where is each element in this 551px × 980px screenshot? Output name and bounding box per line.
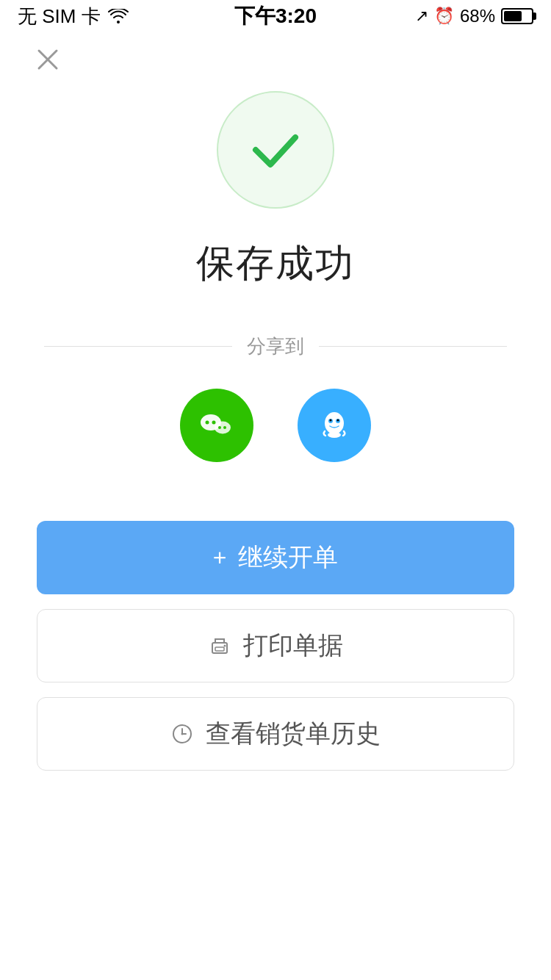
divider-line-left	[44, 346, 232, 347]
wifi-icon	[108, 9, 129, 24]
svg-point-11	[330, 419, 332, 422]
continue-label: 继续开单	[238, 541, 338, 574]
status-carrier: 无 SIM 卡	[18, 4, 129, 29]
success-title: 保存成功	[196, 238, 355, 289]
checkmark-icon	[242, 117, 309, 183]
history-icon	[170, 722, 194, 746]
svg-point-5	[215, 422, 231, 434]
qq-icon	[312, 403, 356, 447]
plus-icon: +	[213, 544, 227, 572]
history-label: 查看销货单历史	[206, 717, 381, 751]
svg-point-8	[325, 412, 344, 434]
status-bar: 无 SIM 卡 下午3:20 ↗ ⏰ 68%	[0, 0, 551, 32]
battery-icon	[501, 8, 533, 24]
main-content: 保存成功 分享到	[0, 32, 551, 980]
share-label: 分享到	[232, 334, 319, 359]
svg-point-3	[206, 421, 209, 425]
share-wechat-button[interactable]	[180, 389, 253, 462]
share-qq-button[interactable]	[298, 389, 371, 462]
success-icon-circle	[217, 91, 334, 209]
share-icons	[180, 389, 371, 462]
svg-point-4	[212, 421, 216, 425]
wechat-icon	[195, 403, 239, 447]
close-icon	[35, 46, 61, 73]
svg-point-7	[223, 426, 226, 429]
print-icon	[208, 634, 231, 657]
print-label: 打印单据	[243, 629, 343, 663]
status-time: 下午3:20	[234, 2, 317, 30]
close-button[interactable]	[29, 41, 66, 78]
svg-point-16	[224, 645, 226, 647]
continue-button[interactable]: + 继续开单	[37, 521, 514, 594]
location-icon: ↗	[415, 7, 428, 26]
svg-point-12	[337, 419, 339, 422]
divider-line-right	[319, 346, 507, 347]
action-buttons: + 继续开单 打印单据	[0, 521, 551, 771]
alarm-icon: ⏰	[434, 7, 454, 26]
svg-point-6	[218, 426, 221, 429]
status-right: ↗ ⏰ 68%	[415, 6, 533, 26]
history-button[interactable]: 查看销货单历史	[37, 697, 514, 771]
battery-percent: 68%	[460, 6, 495, 26]
svg-rect-15	[215, 647, 224, 651]
print-button[interactable]: 打印单据	[37, 609, 514, 682]
carrier-text: 无 SIM 卡	[18, 4, 101, 29]
svg-point-13	[328, 432, 341, 438]
svg-rect-14	[212, 643, 227, 653]
share-divider: 分享到	[0, 334, 551, 359]
